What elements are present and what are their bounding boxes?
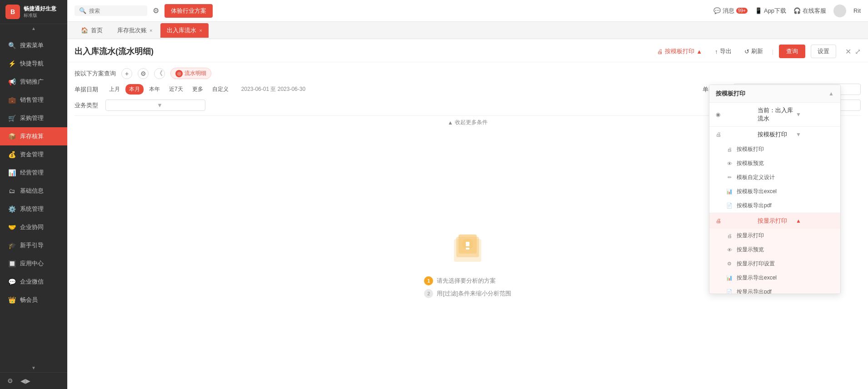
date-tab-current-month[interactable]: 本月: [125, 84, 144, 95]
settings-button[interactable]: 设置: [811, 45, 836, 58]
dp-item-display-export-pdf[interactable]: 📄 按显示导出pdf: [709, 285, 840, 294]
tab-inventory-batch[interactable]: 库存批次账 ×: [111, 23, 159, 38]
dp-display-print-header[interactable]: 🖨 按显示打印 ▲: [709, 213, 840, 229]
sidebar-item-marketing[interactable]: 📢 营销推广: [0, 73, 67, 91]
topbar-search-box[interactable]: 🔍: [75, 5, 147, 16]
dp-item-display-export-excel[interactable]: 📊 按显示导出excel: [709, 271, 840, 285]
dropdown-icon2: ▼: [157, 102, 200, 109]
sidebar-scroll-down[interactable]: ▼: [0, 364, 67, 372]
sidebar-item-cooperation[interactable]: 🤝 企业协同: [0, 218, 67, 236]
tab-close-inventory-batch[interactable]: ×: [150, 28, 152, 33]
date-tab-last-7-days[interactable]: 近7天: [165, 84, 187, 95]
search-input[interactable]: [89, 8, 135, 14]
sidebar-item-search[interactable]: 🔍 搜索菜单: [0, 36, 67, 55]
collapse-icon[interactable]: ◀▶: [20, 377, 30, 384]
chevron-up-icon: ▲: [696, 48, 702, 55]
query-button[interactable]: 查询: [779, 45, 805, 58]
filter-settings-button[interactable]: ⚙: [138, 68, 149, 79]
dp-template-print-label: 按模板打印: [758, 130, 796, 139]
topbar: 🔍 ⚙ 体验行业方案 💬 消息 99+ 📱 App下载 🎧 在线客服 Rit: [67, 0, 868, 22]
display-preview-icon: 👁: [726, 246, 733, 254]
dp-item-display-export-excel-label: 按显示导出excel: [737, 274, 777, 282]
messages-button[interactable]: 💬 消息 99+: [713, 7, 748, 15]
settings-icon[interactable]: ⚙: [7, 377, 13, 384]
dp-item-template-export-excel[interactable]: 📊 按模板导出excel: [709, 185, 840, 199]
sidebar-item-inventory[interactable]: 📦 库存核算: [0, 127, 67, 145]
dp-item-template-custom[interactable]: ✏ 模板自定义设计: [709, 170, 840, 185]
sidebar-item-sales[interactable]: 💼 销售管理: [0, 91, 67, 109]
gear-icon[interactable]: ⚙: [153, 6, 159, 15]
expand-icon: ▼: [796, 131, 834, 138]
dp-item-template-preview[interactable]: 👁 按模板预览: [709, 156, 840, 170]
dp-item-template-print[interactable]: 🖨 按模板打印: [709, 142, 840, 156]
app-download-button[interactable]: 📱 App下载: [755, 7, 786, 15]
solution-button[interactable]: 体验行业方案: [165, 4, 213, 18]
dropdown-content: ◉ 当前：出入库流水 ▼ 🖨 按模板打印 ▼ 🖨: [709, 103, 840, 294]
sidebar-item-guide[interactable]: 🎓 新手引导: [0, 236, 67, 254]
dp-item-template-export-pdf[interactable]: 📄 按模板导出pdf: [709, 199, 840, 213]
svg-rect-5: [466, 248, 469, 249]
sidebar-item-label: 应用中心: [20, 259, 44, 268]
tab-close-inventory-flow[interactable]: ×: [199, 28, 202, 33]
sidebar-item-system[interactable]: ⚙️ 系统管理: [0, 200, 67, 218]
sidebar-item-label: 采购管理: [20, 114, 44, 122]
excel-icon: 📊: [726, 188, 733, 195]
tab-home[interactable]: 🏠 首页: [75, 23, 109, 38]
tab-inventory-flow[interactable]: 出入库流水 ×: [160, 23, 208, 38]
collapse-icon: ▲: [448, 120, 453, 126]
filter-collapse-button[interactable]: 《: [154, 68, 165, 79]
dp-item-template-export-excel-label: 按模板导出excel: [737, 188, 777, 195]
window-controls: ✕ ⤢: [845, 47, 861, 56]
expand-icon2: ▲: [796, 218, 834, 224]
date-tab-more[interactable]: 更多: [189, 84, 207, 95]
print-template-button[interactable]: 🖨 按模板打印 ▲: [653, 45, 706, 57]
dp-current-header[interactable]: ◉ 当前：出入库流水 ▼: [709, 103, 840, 126]
sidebar-item-label: 营销推广: [20, 78, 44, 86]
date-tab-last-month[interactable]: 上月: [105, 84, 124, 95]
sidebar-item-quick-nav[interactable]: ⚡ 快捷导航: [0, 55, 67, 73]
filter-add-button[interactable]: +: [121, 68, 132, 79]
sidebar-scroll-up[interactable]: ▲: [0, 24, 67, 33]
date-tab-current-year[interactable]: 本年: [145, 84, 164, 95]
display-print-icon: 🖨: [726, 232, 733, 239]
refresh-icon: ↺: [744, 48, 749, 55]
refresh-button[interactable]: ↺ 刷新: [741, 45, 767, 57]
refresh-label: 刷新: [751, 47, 763, 55]
dp-item-template-export-pdf-label: 按模板导出pdf: [737, 202, 772, 209]
sidebar-item-purchase[interactable]: 🛒 采购管理: [0, 109, 67, 127]
username-label[interactable]: Rit: [853, 7, 861, 14]
date-tab-custom[interactable]: 自定义: [209, 84, 232, 95]
design-icon: ✏: [726, 174, 733, 181]
dp-item-display-preview[interactable]: 👁 按显示预览: [709, 243, 840, 257]
page-header: 出入库流水(流水明细) 🖨 按模板打印 ▲ ↑ 导出 ↺ 刷新 | 查询: [67, 39, 868, 62]
dp-item-display-print-settings[interactable]: ⚙ 按显示打印设置: [709, 257, 840, 271]
export-button[interactable]: ↑ 导出: [711, 45, 735, 57]
pdf-icon: 📄: [726, 202, 733, 209]
business-type-select[interactable]: ▼: [105, 100, 205, 111]
logo-text: 畅捷通好生意 标准版: [24, 5, 56, 19]
sidebar-item-member[interactable]: 👑 畅会员: [0, 291, 67, 309]
phone-icon: 📱: [755, 7, 762, 14]
dp-item-template-print-label: 按模板打印: [737, 145, 764, 153]
sidebar-item-basic[interactable]: 🗂 基础信息: [0, 182, 67, 200]
window-maximize-icon[interactable]: ⤢: [855, 47, 861, 56]
sidebar-item-finance[interactable]: 💰 资金管理: [0, 145, 67, 164]
cooperation-icon: 🤝: [7, 223, 16, 232]
sidebar-item-operation[interactable]: 📊 经营管理: [0, 164, 67, 182]
date-filter-label: 单据日期: [75, 85, 98, 94]
online-service-button[interactable]: 🎧 在线客服: [793, 7, 826, 15]
sidebar-item-wechat[interactable]: 💬 企业微信: [0, 273, 67, 291]
topbar-right: 💬 消息 99+ 📱 App下载 🎧 在线客服 Rit: [713, 5, 861, 17]
display-pdf-icon: 📄: [726, 289, 733, 294]
chevron-down-icon: ▼: [796, 111, 834, 118]
sidebar: B 畅捷通好生意 标准版 ▲ 🔍 搜索菜单 ⚡ 快捷导航 📢 营销推广 💼 销售…: [0, 0, 67, 389]
sidebar-item-apps[interactable]: 🔲 应用中心: [0, 254, 67, 273]
window-close-icon[interactable]: ✕: [845, 47, 851, 56]
page-actions: 🖨 按模板打印 ▲ ↑ 导出 ↺ 刷新 | 查询 设置 ✕ ⤢: [653, 45, 861, 58]
user-avatar[interactable]: [833, 5, 846, 17]
dp-item-display-print[interactable]: 🖨 按显示打印: [709, 229, 840, 243]
dp-template-print-header[interactable]: 🖨 按模板打印 ▼: [709, 127, 840, 142]
dp-item-template-custom-label: 模板自定义设计: [737, 174, 775, 181]
messages-label: 消息: [723, 7, 734, 15]
content-area: 出入库流水(流水明细) 🖨 按模板打印 ▲ ↑ 导出 ↺ 刷新 | 查询: [67, 39, 868, 389]
